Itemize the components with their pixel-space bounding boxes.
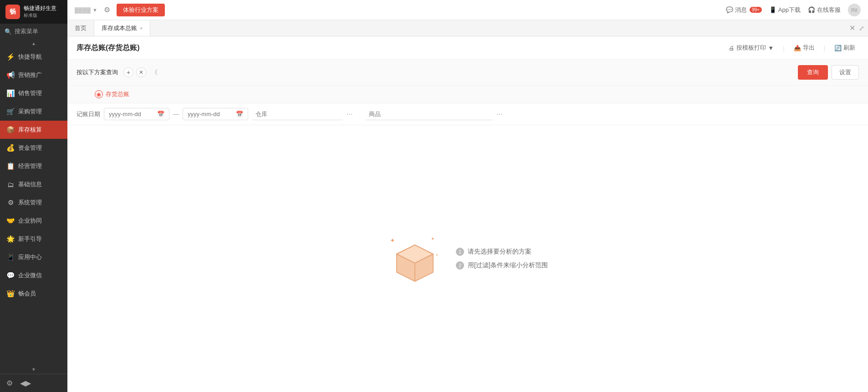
message-item[interactable]: 💬 消息 99+ <box>726 6 762 14</box>
wechat-icon: 💬 <box>6 271 15 280</box>
sidebar-bottom: ⚙ ◀▶ <box>0 374 67 392</box>
topbar: ▓▓▓▓ ▼ ⚙ 体验行业方案 💬 消息 99+ 📱 App下载 🎧 在线客服 … <box>67 0 868 20</box>
sidebar-item-enterprise[interactable]: 🤝 企业协同 <box>0 212 67 230</box>
print-btn[interactable]: 🖨 按模板打印 ▼ <box>725 42 777 54</box>
tip-text-1: 请先选择要分析的方案 <box>468 248 531 256</box>
print-icon: 🖨 <box>729 45 735 51</box>
goods-more-btn[interactable]: ··· <box>496 110 502 118</box>
service-icon: 🎧 <box>808 6 815 13</box>
topbar-settings-icon[interactable]: ⚙ <box>102 4 112 16</box>
filter-scheme-btn[interactable]: ✕ <box>136 67 146 77</box>
quick-nav-icon: ⚡ <box>6 53 15 61</box>
query-button[interactable]: 查询 <box>798 65 828 80</box>
page-content: 库存总账(存货总账) 🖨 按模板打印 ▼ | 📤 导出 | 🔄 刷新 <box>67 36 868 392</box>
finance-icon: 💰 <box>6 144 15 152</box>
tab-inventory-ledger[interactable]: 库存成本总账 × <box>94 20 150 36</box>
system-icon: ⚙ <box>6 199 15 207</box>
refresh-btn[interactable]: 🔄 刷新 <box>831 42 859 54</box>
page-title: 库存总账(存货总账) <box>77 43 140 53</box>
scheme-item[interactable]: ◉ 存货总账 <box>95 90 129 98</box>
sidebar-item-marketing[interactable]: 📢 营销推广 <box>0 66 67 84</box>
settings-bottom-icon[interactable]: ⚙ <box>6 379 13 387</box>
page-header-actions: 🖨 按模板打印 ▼ | 📤 导出 | 🔄 刷新 <box>725 42 859 54</box>
goods-filter[interactable] <box>365 108 493 120</box>
print-dropdown-icon: ▼ <box>768 45 774 51</box>
settings-button[interactable]: 设置 <box>832 65 859 80</box>
date-start-field[interactable] <box>109 111 154 117</box>
export-btn[interactable]: 📤 导出 <box>790 42 818 54</box>
date-end-input[interactable]: 📅 <box>183 108 248 120</box>
panel-close-btn[interactable]: ✕ <box>849 24 855 32</box>
sidebar-item-sales[interactable]: 📊 销售管理 <box>0 84 67 102</box>
filter-collapse-btn[interactable]: 《 <box>152 68 158 76</box>
export-label: 导出 <box>803 44 815 52</box>
main-content: ▓▓▓▓ ▼ ⚙ 体验行业方案 💬 消息 99+ 📱 App下载 🎧 在线客服 … <box>67 0 868 392</box>
calendar-start-icon[interactable]: 📅 <box>157 111 164 117</box>
toggle-sidebar-icon[interactable]: ◀▶ <box>20 379 31 387</box>
scheme-name: 存货总账 <box>106 90 129 98</box>
app-logo: 畅 畅捷通好生意 标准版 <box>0 0 67 24</box>
logo-icon: 畅 <box>5 5 20 19</box>
tab-home[interactable]: 首页 <box>67 20 94 36</box>
search-icon: 🔍 <box>5 28 12 35</box>
scroll-up-btn[interactable]: ▲ <box>0 39 67 48</box>
tab-active-label: 库存成本总账 <box>102 24 137 32</box>
user-avatar[interactable]: Rit <box>848 4 861 16</box>
panel-resize-btn[interactable]: ⤢ <box>859 25 864 32</box>
sidebar-item-label: 新手引导 <box>18 235 42 243</box>
sidebar-item-inventory[interactable]: 📦 库存核算 <box>0 121 67 139</box>
empty-tip-1: 1 请先选择要分析的方案 <box>456 248 548 256</box>
scroll-down-btn[interactable]: ▼ <box>0 365 67 374</box>
panel-controls: ✕ ⤢ <box>849 24 868 32</box>
sidebar-item-operations[interactable]: 📋 经营管理 <box>0 157 67 175</box>
sidebar-item-wechat[interactable]: 💬 企业微信 <box>0 266 67 285</box>
user-name: Rit <box>851 7 857 13</box>
sidebar-item-newbie[interactable]: 🌟 新手引导 <box>0 230 67 248</box>
svg-text:✦: ✦ <box>390 237 395 244</box>
sidebar-item-finance[interactable]: 💰 资金管理 <box>0 139 67 157</box>
basic-icon: 🗂 <box>6 181 15 188</box>
online-service-label: 在线客服 <box>817 6 841 14</box>
export-icon: 📤 <box>794 45 801 51</box>
sidebar-item-basic[interactable]: 🗂 基础信息 <box>0 175 67 193</box>
enterprise-icon: 🤝 <box>6 217 15 225</box>
empty-state: ✦ ✦ ✦ 1 请先选择要分析的方案 2 用[过滤]条件来缩小分析范围 <box>67 125 868 392</box>
date-filter-row: 记账日期 📅 — 📅 ··· ··· <box>67 103 868 125</box>
print-label: 按模板打印 <box>736 44 766 52</box>
sales-icon: 📊 <box>6 89 15 97</box>
date-end-field[interactable] <box>188 111 233 117</box>
calendar-end-icon[interactable]: 📅 <box>236 111 243 117</box>
sidebar-item-label: 基础信息 <box>18 180 42 188</box>
sidebar-item-label: 系统管理 <box>18 199 42 207</box>
sidebar-item-purchase[interactable]: 🛒 采购管理 <box>0 102 67 121</box>
filter-right-buttons: 查询 设置 <box>798 65 859 80</box>
date-start-input[interactable]: 📅 <box>104 108 169 120</box>
date-label: 记账日期 <box>77 110 100 118</box>
topbar-right: 💬 消息 99+ 📱 App下载 🎧 在线客服 Rit <box>726 4 861 16</box>
message-badge: 99+ <box>750 7 762 13</box>
sidebar-item-membership[interactable]: 👑 畅会员 <box>0 285 67 303</box>
sidebar-item-label: 销售管理 <box>18 89 42 97</box>
filter-label: 按以下方案查询 <box>77 68 118 76</box>
filter-add-btn[interactable]: + <box>123 67 133 77</box>
warehouse-more-btn[interactable]: ··· <box>347 110 352 118</box>
svg-text:✦: ✦ <box>431 236 434 241</box>
trial-button[interactable]: 体验行业方案 <box>117 4 165 16</box>
sidebar-item-quick-nav[interactable]: ⚡ 快捷导航 <box>0 48 67 66</box>
phone-icon: 📱 <box>769 6 776 13</box>
sidebar-item-label: 库存核算 <box>18 126 42 134</box>
scheme-text: ▓▓▓▓ <box>75 7 91 13</box>
tab-close-icon[interactable]: × <box>140 25 143 31</box>
online-service-item[interactable]: 🎧 在线客服 <box>808 6 841 14</box>
sidebar-item-system[interactable]: ⚙ 系统管理 <box>0 193 67 212</box>
tab-home-label: 首页 <box>75 24 87 32</box>
app-name: 畅捷通好生意 <box>24 5 56 12</box>
sidebar-item-appstore[interactable]: 📱 应用中心 <box>0 248 67 266</box>
scheme-selector[interactable]: ▓▓▓▓ ▼ <box>75 7 97 13</box>
search-menu[interactable]: 🔍 搜索菜单 <box>0 24 67 39</box>
warehouse-filter[interactable] <box>252 108 343 120</box>
sidebar-item-label: 企业协同 <box>18 217 42 225</box>
sidebar-item-label: 营销推广 <box>18 71 42 79</box>
scheme-icon: ◉ <box>95 90 103 98</box>
app-download-item[interactable]: 📱 App下载 <box>769 6 801 14</box>
